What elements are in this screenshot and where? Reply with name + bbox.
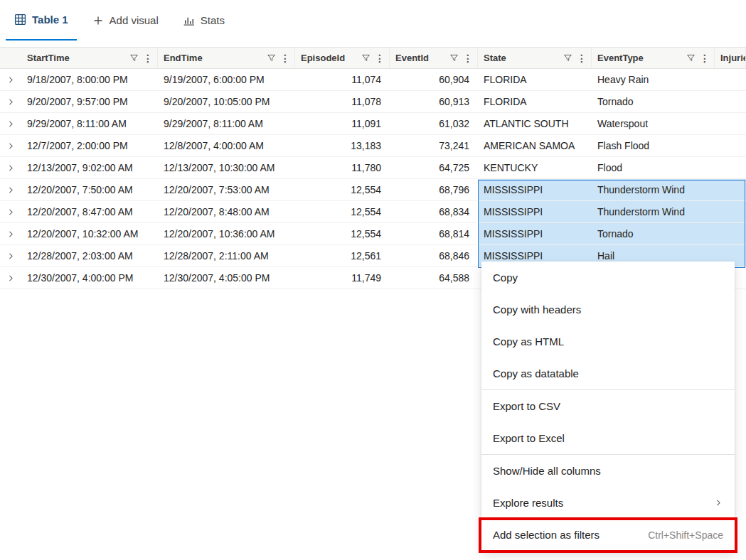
- menu-item-explore-results[interactable]: Explore results: [481, 487, 735, 519]
- cell-injuriesdirect[interactable]: [715, 201, 746, 222]
- row-expand-chevron-icon[interactable]: [0, 157, 21, 178]
- menu-item-copy[interactable]: Copy: [481, 262, 735, 294]
- menu-item-copy-as-datatable[interactable]: Copy as datatable: [481, 357, 735, 389]
- column-menu-icon[interactable]: ⋮: [577, 53, 587, 63]
- menu-item-copy-as-html[interactable]: Copy as HTML: [481, 325, 735, 357]
- cell-starttime[interactable]: 12/20/2007, 8:47:00 AM: [21, 201, 158, 222]
- cell-episodeid[interactable]: 12,554: [295, 201, 390, 222]
- cell-starttime[interactable]: 9/20/2007, 9:57:00 PM: [21, 91, 158, 112]
- cell-eventtype[interactable]: Flood: [592, 157, 715, 178]
- cell-endtime[interactable]: 9/19/2007, 6:00:00 PM: [158, 69, 295, 90]
- cell-injuriesdirect[interactable]: [715, 135, 746, 156]
- cell-eventid[interactable]: 60,904: [390, 69, 478, 90]
- cell-endtime[interactable]: 12/13/2007, 10:30:00 AM: [158, 157, 295, 178]
- cell-injuriesdirect[interactable]: [715, 179, 746, 200]
- cell-episodeid[interactable]: 12,561: [295, 245, 390, 266]
- menu-item-add-selection-as-filters[interactable]: Add selection as filtersCtrl+Shift+Space: [481, 519, 735, 551]
- menu-item-export-to-excel[interactable]: Export to Excel: [481, 422, 735, 454]
- column-menu-icon[interactable]: ⋮: [700, 53, 710, 63]
- filter-icon[interactable]: [686, 53, 696, 63]
- cell-starttime[interactable]: 12/20/2007, 7:50:00 AM: [21, 179, 158, 200]
- cell-eventid[interactable]: 68,846: [390, 245, 478, 266]
- cell-eventtype[interactable]: Thunderstorm Wind: [592, 179, 715, 200]
- cell-state[interactable]: FLORIDA: [478, 91, 592, 112]
- cell-endtime[interactable]: 12/20/2007, 7:53:00 AM: [158, 179, 295, 200]
- cell-endtime[interactable]: 9/29/2007, 8:11:00 AM: [158, 113, 295, 134]
- column-menu-icon[interactable]: ⋮: [463, 53, 473, 63]
- cell-starttime[interactable]: 12/28/2007, 2:03:00 AM: [21, 245, 158, 266]
- row-expand-chevron-icon[interactable]: [0, 91, 21, 112]
- cell-injuriesdirect[interactable]: [715, 223, 746, 244]
- cell-endtime[interactable]: 12/20/2007, 10:36:00 AM: [158, 223, 295, 244]
- cell-state[interactable]: FLORIDA: [478, 69, 592, 90]
- cell-injuriesdirect[interactable]: [715, 91, 746, 112]
- column-header-starttime[interactable]: StartTime⋮: [21, 48, 158, 68]
- cell-eventtype[interactable]: Flash Flood: [592, 135, 715, 156]
- column-menu-icon[interactable]: ⋮: [375, 53, 385, 63]
- cell-eventid[interactable]: 68,796: [390, 179, 478, 200]
- menu-item-copy-with-headers[interactable]: Copy with headers: [481, 294, 735, 325]
- cell-episodeid[interactable]: 11,078: [295, 91, 390, 112]
- filter-icon[interactable]: [361, 53, 371, 63]
- cell-eventid[interactable]: 60,913: [390, 91, 478, 112]
- cell-eventtype[interactable]: Tornado: [592, 223, 715, 244]
- cell-endtime[interactable]: 12/28/2007, 2:11:00 AM: [158, 245, 295, 266]
- cell-eventid[interactable]: 68,814: [390, 223, 478, 244]
- cell-eventid[interactable]: 64,588: [390, 267, 478, 289]
- row-expand-chevron-icon[interactable]: [0, 135, 21, 156]
- column-header-episodeid[interactable]: EpisodeId⋮: [295, 48, 390, 68]
- cell-episodeid[interactable]: 11,074: [295, 69, 390, 90]
- cell-injuriesdirect[interactable]: [715, 157, 746, 178]
- cell-episodeid[interactable]: 11,091: [295, 113, 390, 134]
- row-expand-chevron-icon[interactable]: [0, 179, 21, 200]
- cell-state[interactable]: KENTUCKY: [478, 157, 592, 178]
- filter-icon[interactable]: [449, 53, 459, 63]
- column-header-eventid[interactable]: EventId⋮: [390, 48, 478, 68]
- row-expand-chevron-icon[interactable]: [0, 223, 21, 244]
- row-expand-chevron-icon[interactable]: [0, 245, 21, 266]
- cell-episodeid[interactable]: 11,780: [295, 157, 390, 178]
- menu-item-export-to-csv[interactable]: Export to CSV: [481, 390, 735, 422]
- filter-icon[interactable]: [563, 53, 572, 63]
- cell-starttime[interactable]: 12/30/2007, 4:00:00 PM: [21, 267, 158, 289]
- cell-eventtype[interactable]: Waterspout: [592, 113, 715, 134]
- cell-starttime[interactable]: 9/18/2007, 8:00:00 PM: [21, 69, 158, 90]
- cell-episodeid[interactable]: 12,554: [295, 223, 390, 244]
- column-menu-icon[interactable]: ⋮: [143, 53, 153, 63]
- column-header-eventtype[interactable]: EventType⋮: [592, 48, 715, 68]
- cell-state[interactable]: MISSISSIPPI: [478, 179, 592, 200]
- row-expand-chevron-icon[interactable]: [0, 113, 21, 134]
- cell-endtime[interactable]: 12/20/2007, 8:48:00 AM: [158, 201, 295, 222]
- cell-starttime[interactable]: 9/29/2007, 8:11:00 AM: [21, 113, 158, 134]
- column-menu-icon[interactable]: ⋮: [280, 53, 290, 63]
- cell-endtime[interactable]: 12/8/2007, 4:00:00 AM: [158, 135, 295, 156]
- cell-eventtype[interactable]: Heavy Rain: [592, 69, 715, 90]
- menu-item-show-hide-all-columns[interactable]: Show/Hide all columns: [481, 455, 735, 487]
- cell-endtime[interactable]: 9/20/2007, 10:05:00 PM: [158, 91, 295, 112]
- cell-starttime[interactable]: 12/13/2007, 9:02:00 AM: [21, 157, 158, 178]
- cell-episodeid[interactable]: 11,749: [295, 267, 390, 289]
- cell-eventid[interactable]: 64,725: [390, 157, 478, 178]
- cell-eventid[interactable]: 73,241: [390, 135, 478, 156]
- cell-starttime[interactable]: 12/7/2007, 2:00:00 PM: [21, 135, 158, 156]
- cell-injuriesdirect[interactable]: [715, 69, 746, 90]
- column-header-injuriesdirect[interactable]: InjuriesDirect⋮: [715, 48, 746, 68]
- cell-state[interactable]: ATLANTIC SOUTH: [478, 113, 592, 134]
- column-header-endtime[interactable]: EndTime⋮: [158, 48, 295, 68]
- cell-eventid[interactable]: 61,032: [390, 113, 478, 134]
- filter-icon[interactable]: [267, 53, 276, 63]
- row-expand-chevron-icon[interactable]: [0, 267, 21, 289]
- cell-eventid[interactable]: 68,834: [390, 201, 478, 222]
- cell-episodeid[interactable]: 13,183: [295, 135, 390, 156]
- cell-state[interactable]: MISSISSIPPI: [478, 223, 592, 244]
- filter-icon[interactable]: [129, 53, 139, 63]
- cell-eventtype[interactable]: Tornado: [592, 91, 715, 112]
- cell-starttime[interactable]: 12/20/2007, 10:32:00 AM: [21, 223, 158, 244]
- cell-eventtype[interactable]: Thunderstorm Wind: [592, 201, 715, 222]
- cell-endtime[interactable]: 12/30/2007, 4:05:00 PM: [158, 267, 295, 289]
- cell-state[interactable]: MISSISSIPPI: [478, 201, 592, 222]
- tab-table-1[interactable]: Table 1: [6, 0, 77, 41]
- cell-injuriesdirect[interactable]: [715, 113, 746, 134]
- row-expand-chevron-icon[interactable]: [0, 201, 21, 222]
- cell-episodeid[interactable]: 12,554: [295, 179, 390, 200]
